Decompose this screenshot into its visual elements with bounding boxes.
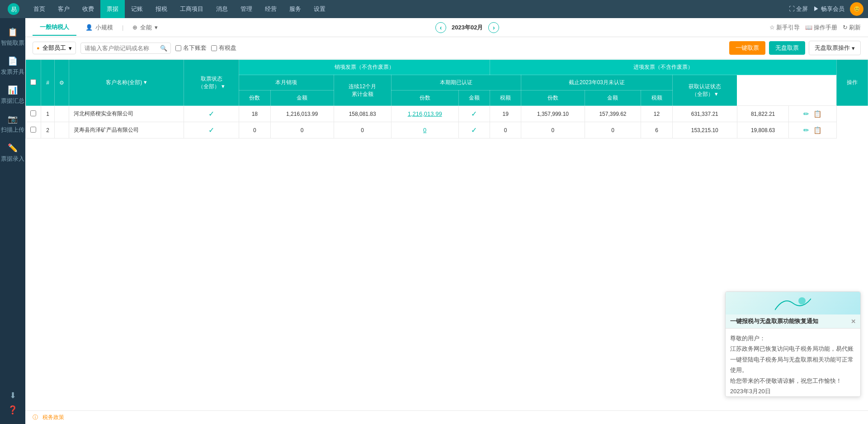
fullscreen-btn[interactable]: ⛶ 全屏 xyxy=(789,5,808,13)
uncert-count: 12 xyxy=(641,106,672,122)
sidebar-item-entry[interactable]: ✏️ 票据录入 xyxy=(0,138,25,167)
col-group-outgoing: 销项发票（不含作废票） xyxy=(239,60,490,75)
entry-icon: ✏️ xyxy=(8,143,18,153)
period-next-btn[interactable]: › xyxy=(488,22,499,33)
nav-settings[interactable]: 设置 xyxy=(307,0,332,18)
period-label: 2023年02月 xyxy=(452,24,483,32)
sidebar-download-icon[interactable]: ⬇ xyxy=(9,391,16,400)
sidebar-item-summary[interactable]: 📊 票据汇总 xyxy=(0,81,25,110)
tax-policy-link[interactable]: 税务政策 xyxy=(42,414,64,421)
sidebar-item-smart-fetch[interactable]: 📋 智能取票 xyxy=(0,23,25,52)
sidebar-help-icon[interactable]: ❓ xyxy=(8,405,18,415)
nav-business[interactable]: 工商项目 xyxy=(174,0,210,18)
cert-status: ✓ xyxy=(458,122,490,138)
nav-message[interactable]: 消息 xyxy=(210,0,234,18)
cert-amount: 0 xyxy=(521,122,585,138)
cumulative-amount[interactable]: 1,216,013.99 xyxy=(391,106,458,122)
edit-icon[interactable]: ✏ xyxy=(803,110,809,118)
month-tax: 158,081.83 xyxy=(334,106,391,122)
toolbar-right: 一键取票 无盘取票 无盘取票操作 ▾ xyxy=(729,41,861,55)
col-settings[interactable]: ⚙ xyxy=(55,60,69,106)
nav-tax[interactable]: 报税 xyxy=(149,0,174,18)
one-click-fetch-btn[interactable]: 一键取票 xyxy=(729,41,765,55)
tax-disk-filter-label[interactable]: 有税盘 xyxy=(211,44,236,52)
open-invoice-icon: 📄 xyxy=(8,56,18,66)
filter-icon[interactable]: ▾ xyxy=(144,79,147,86)
table-row: 2 灵寿县尚泽矿产品有限公司 ✓ 0 0 0 0 ✓ 0 0 0 6 153,2… xyxy=(26,122,868,138)
period-navigation: ‹ 2023年02月 › xyxy=(167,22,768,33)
customer-name: 灵寿县尚泽矿产品有限公司 xyxy=(69,122,184,138)
row-checkbox[interactable] xyxy=(26,122,41,138)
manual-btn[interactable]: 📖 操作手册 xyxy=(805,24,837,32)
app-logo: 易 xyxy=(5,0,23,18)
col-cert-tax: 税额 xyxy=(490,91,521,106)
notification-body: 尊敬的用户： 江苏政务网已恢复访问电子税务局功能，易代账一键登陆电子税务局与无盘… xyxy=(726,329,860,396)
refresh-btn[interactable]: ↻ 刷新 xyxy=(843,24,861,32)
sidebar-item-open-invoice[interactable]: 📄 发票开具 xyxy=(0,52,25,81)
chevron-down-icon: ▾ xyxy=(155,24,158,31)
notification-close-btn[interactable]: ✕ xyxy=(851,318,856,325)
col-out-count: 份数 xyxy=(239,91,270,106)
period-prev-btn[interactable]: ‹ xyxy=(435,22,446,33)
nav-invoice[interactable]: 票据 xyxy=(100,0,125,18)
no-disk-ops-btn[interactable]: 无盘取票操作 ▾ xyxy=(809,41,861,55)
col-index: # xyxy=(41,60,55,106)
tab-all[interactable]: ⊕ 全能 ▾ xyxy=(125,20,165,35)
row-actions: ✏ 📋 xyxy=(789,122,836,138)
toolbar: ● 全部员工 ▾ 🔍 名下账套 有税盘 一键取票 无盘取票 无盘取票操作 ▾ xyxy=(25,37,868,59)
notification-header: 一键报税与无盘取票功能恢复通知 ✕ xyxy=(726,314,860,329)
edit-icon[interactable]: ✏ xyxy=(803,126,809,134)
smart-fetch-icon: 📋 xyxy=(8,27,18,37)
cert-tax: 157,399.62 xyxy=(585,106,641,122)
customer-name: 河北柯搭楔实业有限公司 xyxy=(69,106,184,122)
user-avatar[interactable]: 😊 xyxy=(850,2,863,16)
copy-icon[interactable]: 📋 xyxy=(813,110,822,118)
no-disk-fetch-btn[interactable]: 无盘取票 xyxy=(769,41,805,55)
tax-disk-filter-checkbox[interactable] xyxy=(211,45,217,51)
nav-business2[interactable]: 经营 xyxy=(259,0,283,18)
nav-bookkeeping[interactable]: 记账 xyxy=(125,0,149,18)
new-guide-btn[interactable]: ☆ 新手引导 xyxy=(769,24,800,32)
member-btn[interactable]: ▶ 畅享会员 xyxy=(813,5,844,13)
cumulative-amount[interactable]: 0 xyxy=(391,122,458,138)
invoice-table: # ⚙ 客户名称(全部) ▾ 取票状态（全部） ▾ 销项发票（不含作废票） 进项… xyxy=(25,59,868,138)
dropdown-chevron-icon: ▾ xyxy=(852,45,855,52)
month-amount: 1,216,013.99 xyxy=(270,106,334,122)
nav-home[interactable]: 首页 xyxy=(27,0,52,18)
nav-manage[interactable]: 管理 xyxy=(234,0,259,18)
row-checkbox[interactable] xyxy=(26,106,41,122)
col-checkbox xyxy=(26,60,41,106)
tab-divider: | xyxy=(122,24,123,31)
employee-filter[interactable]: ● 全部员工 ▾ xyxy=(33,42,76,54)
filter-icon3[interactable]: ▾ xyxy=(715,91,718,97)
summary-icon: 📊 xyxy=(8,85,18,95)
chevron-down-icon: ▾ xyxy=(69,45,72,52)
fetch-status: ✓ xyxy=(184,106,239,122)
cert-check-icon: ✓ xyxy=(471,110,477,118)
tab-small-scale[interactable]: 👤 小规模 xyxy=(78,20,120,35)
sidebar-item-scan[interactable]: 📷 扫描上传 xyxy=(0,110,25,138)
tax-info-icon: ⓘ xyxy=(33,414,38,421)
nav-service[interactable]: 服务 xyxy=(283,0,307,18)
filter-icon2[interactable]: ▾ xyxy=(222,83,225,90)
account-filter-checkbox[interactable] xyxy=(175,45,181,51)
nav-fee[interactable]: 收费 xyxy=(76,0,100,18)
notification-scroll[interactable]: 尊敬的用户： 江苏政务网已恢复访问电子税务局功能，易代账一键登陆电子税务局与无盘… xyxy=(726,329,860,396)
search-icon[interactable]: 🔍 xyxy=(160,45,167,52)
cumulative-link[interactable]: 1,216,013.99 xyxy=(408,110,442,117)
uncert-tax: 81,822.21 xyxy=(737,106,789,122)
copy-icon[interactable]: 📋 xyxy=(813,126,822,134)
account-filter-label[interactable]: 名下账套 xyxy=(175,44,207,52)
tab-general-taxpayer[interactable]: 一般纳税人 xyxy=(33,19,76,36)
col-group-incoming: 进项发票（不含作废票） xyxy=(490,60,837,75)
uncert-tax: 19,808.63 xyxy=(737,122,789,138)
select-all-checkbox[interactable] xyxy=(30,79,36,85)
row1-checkbox[interactable] xyxy=(30,110,36,116)
col-month-outgoing: 本月销项 xyxy=(239,75,334,91)
nav-customer[interactable]: 客户 xyxy=(52,0,76,18)
search-input[interactable] xyxy=(80,43,171,54)
cumulative-link[interactable]: 0 xyxy=(423,127,426,133)
row2-checkbox[interactable] xyxy=(30,127,36,133)
status-check-icon: ✓ xyxy=(208,110,214,118)
cert-status: ✓ xyxy=(458,106,490,122)
